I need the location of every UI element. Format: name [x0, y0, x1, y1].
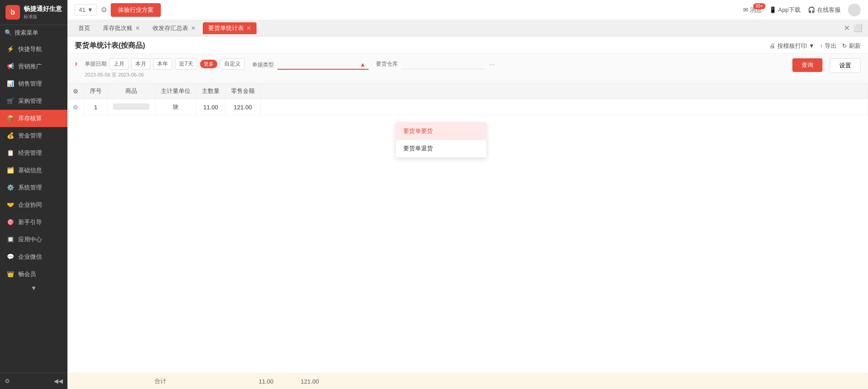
date-7days-btn[interactable]: 近7天 — [175, 58, 197, 70]
type-label: 单据类型 — [252, 58, 274, 69]
content-area: 要货单统计表(按商品) 🖨 按模板打印 ▼ ↑ 导出 ↻ 刷新 › — [67, 36, 868, 389]
trial-btn[interactable]: 体验行业方案 — [111, 3, 161, 17]
page-header: 要货单统计表(按商品) 🖨 按模板打印 ▼ ↑ 导出 ↻ 刷新 — [67, 36, 868, 54]
data-table: ⚙ 序号 商品 主计量单位 主数量 零售金额 ⚙ 1 块 11.00 121.0… — [67, 83, 868, 115]
print-template-btn[interactable]: 🖨 按模板打印 ▼ — [770, 42, 815, 50]
col-gear[interactable]: ⚙ — [67, 83, 84, 99]
filter-settings-btn[interactable]: 设置 — [830, 58, 861, 73]
date-custom-btn[interactable]: 自定义 — [220, 58, 245, 70]
row-product-0 — [108, 99, 155, 115]
col-seq: 序号 — [84, 83, 108, 99]
tab-close-receivable-summary[interactable]: ✕ — [191, 25, 195, 31]
sidebar-icon-wechat: 💬 — [6, 253, 15, 260]
date-this-month-btn[interactable]: 本月 — [131, 58, 150, 70]
settings-icon[interactable]: ⚙ — [5, 378, 10, 384]
filter-bar: › 单据日期 上月 本月 本年 近7天 更多 自定义 2023-05-06 至 … — [67, 54, 868, 83]
page-title: 要货单统计表(按商品) — [75, 41, 145, 51]
sidebar-item-vip[interactable]: 👑畅会员 — [0, 266, 67, 283]
date-prev-month-btn[interactable]: 上月 — [109, 58, 128, 70]
date-this-year-btn[interactable]: 本年 — [153, 58, 172, 70]
sidebar-item-quick-nav[interactable]: ⚡快捷导航 — [0, 41, 67, 58]
maximize-icon[interactable]: ⬜ — [853, 24, 863, 32]
type-dropdown: 要货单要货 要货单退货 — [395, 122, 487, 158]
print-icon: 🖨 — [770, 42, 776, 49]
date-buttons: 单据日期 上月 本月 本年 近7天 更多 自定义 — [85, 58, 245, 70]
footer-label: 合计 — [133, 377, 188, 385]
row-amount-0: 121.00 — [226, 99, 261, 115]
sidebar-item-guide[interactable]: 🎯新手引导 — [0, 214, 67, 231]
col-quantity: 主数量 — [196, 83, 226, 99]
query-btn[interactable]: 查询 — [792, 58, 822, 72]
sidebar-item-inventory[interactable]: 📦库存核算 — [0, 110, 67, 127]
sidebar-icon-marketing: 📢 — [6, 63, 15, 70]
tab-close-inventory-batch[interactable]: ✕ — [135, 25, 140, 31]
sidebar-icon-basic: 🗂️ — [6, 167, 15, 174]
sidebar-item-operation[interactable]: 📋经营管理 — [0, 144, 67, 162]
tab-close-order-stats[interactable]: ✕ — [247, 25, 251, 31]
refresh-btn[interactable]: ↻ 刷新 — [842, 42, 861, 50]
sidebar-item-app-center[interactable]: 🔲应用中心 — [0, 231, 67, 248]
sidebar-search[interactable]: 🔍 搜索菜单 — [0, 25, 67, 41]
user-avatar[interactable] — [848, 4, 861, 16]
type-select-wrapper: ▲ — [277, 58, 369, 70]
print-chevron-icon: ▼ — [809, 42, 815, 49]
row-seq-0: 1 — [84, 99, 108, 115]
message-icon: ✉ — [743, 6, 748, 13]
app-download-btn[interactable]: 📱 App下载 — [769, 6, 801, 14]
close-window-icon[interactable]: ✕ — [844, 24, 850, 32]
tab-receivable-summary[interactable]: 收发存汇总表✕ — [147, 22, 201, 34]
sidebar-item-sales[interactable]: 📊销售管理 — [0, 75, 67, 92]
filter-expand-btn[interactable]: › — [75, 59, 77, 67]
tabs-bar: 首页库存批次账✕收发存汇总表✕要货单统计表✕ ✕ ⬜ — [67, 20, 868, 36]
sidebar-icon-operation: 📋 — [6, 149, 15, 156]
col-amount: 零售金额 — [226, 83, 261, 99]
table-footer: 合计 11.00 121.00 — [67, 373, 868, 389]
app-logo: b 畅捷通好生意 标准版 — [0, 0, 67, 25]
footer-quantity: 11.00 — [248, 378, 284, 385]
collapse-btn[interactable]: ◀◀ — [54, 378, 63, 384]
export-icon: ↑ — [820, 42, 823, 49]
topbar-gear-icon[interactable]: ⚙ — [101, 5, 107, 14]
dropdown-item-1[interactable]: 要货单退货 — [396, 140, 486, 157]
sidebar-scroll-down[interactable]: ▼ — [0, 283, 67, 293]
sidebar-item-enterprise[interactable]: 🤝企业协同 — [0, 196, 67, 214]
row-gear-0[interactable]: ⚙ — [67, 99, 84, 115]
sidebar-item-basic[interactable]: 🗂️基础信息 — [0, 162, 67, 179]
messages-btn[interactable]: ✉ 消息 99+ — [743, 6, 762, 14]
search-icon: 🔍 — [5, 29, 12, 36]
service-icon: 🎧 — [808, 6, 815, 13]
sidebar-item-finance[interactable]: 💰资金管理 — [0, 127, 67, 144]
table-row: ⚙ 1 块 11.00 121.00 — [67, 99, 868, 115]
tab-inventory-batch[interactable]: 库存批次账✕ — [98, 22, 145, 34]
row-unit-0: 块 — [155, 99, 196, 115]
topbar-left: 41 ▼ ⚙ 体验行业方案 — [75, 3, 161, 17]
sidebar-icon-app-center: 🔲 — [6, 236, 15, 243]
warehouse-input[interactable] — [401, 58, 485, 69]
sidebar-icon-inventory: 📦 — [6, 115, 15, 122]
sidebar-icon-sales: 📊 — [6, 80, 15, 87]
sidebar-icon-enterprise: 🤝 — [6, 201, 15, 208]
dropdown-item-0[interactable]: 要货单要货 — [396, 123, 486, 140]
topbar: 41 ▼ ⚙ 体验行业方案 ✉ 消息 99+ 📱 App下载 🎧 在线客服 — [67, 0, 868, 20]
sidebar-item-wechat[interactable]: 💬企业微信 — [0, 248, 67, 266]
tab-order-stats[interactable]: 要货单统计表✕ — [203, 22, 257, 34]
tab-home[interactable]: 首页 — [73, 22, 96, 34]
refresh-icon: ↻ — [842, 42, 847, 49]
date-more-btn[interactable]: 更多 — [200, 60, 217, 68]
main-content: 41 ▼ ⚙ 体验行业方案 ✉ 消息 99+ 📱 App下载 🎧 在线客服 — [67, 0, 868, 389]
col-unit: 主计量单位 — [155, 83, 196, 99]
logo-text: 畅捷通好生意 标准版 — [24, 5, 62, 20]
sidebar-item-purchase[interactable]: 🛒采购管理 — [0, 92, 67, 110]
sidebar-icon-vip: 👑 — [6, 271, 15, 277]
warehouse-more-icon[interactable]: ··· — [489, 59, 495, 69]
sidebar-item-marketing[interactable]: 📢营销推广 — [0, 58, 67, 75]
online-service-btn[interactable]: 🎧 在线客服 — [808, 6, 841, 14]
col-extra — [261, 83, 868, 99]
topbar-right: ✉ 消息 99+ 📱 App下载 🎧 在线客服 — [743, 4, 861, 16]
footer-amount: 121.00 — [292, 378, 328, 385]
type-select-input[interactable] — [277, 58, 369, 70]
export-btn[interactable]: ↑ 导出 — [820, 42, 837, 50]
company-selector[interactable]: 41 ▼ — [75, 4, 97, 15]
sidebar-item-system[interactable]: ⚙️系统管理 — [0, 179, 67, 196]
sidebar-icon-finance: 💰 — [6, 132, 15, 139]
